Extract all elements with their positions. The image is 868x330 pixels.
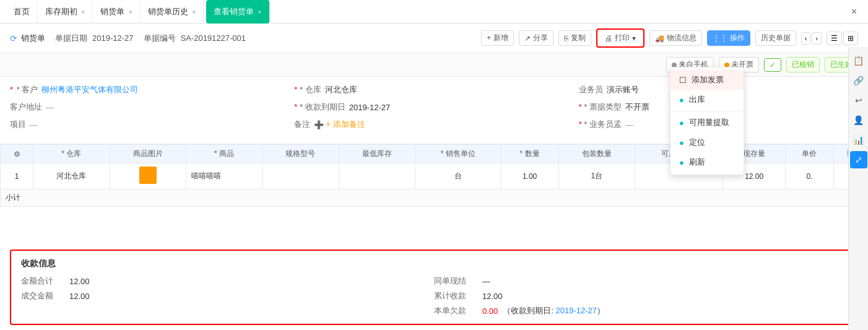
- grid-view-button[interactable]: ⊞: [843, 32, 858, 45]
- operation-icon: ⋮⋮: [713, 34, 727, 43]
- prev-button[interactable]: ‹: [801, 32, 811, 45]
- warehouse-label: * * 仓库: [294, 84, 321, 95]
- note-label: 备注: [294, 119, 310, 130]
- cell-pack-qty: 1台: [558, 163, 635, 189]
- invoice-icon: ☐: [679, 76, 687, 85]
- due-amount-row: 本单欠款 0.00 （收款到期日: 2019-12-27）: [434, 305, 847, 316]
- outbound-label: 出库: [689, 94, 705, 105]
- doc-number-label: 单据编号 SA-20191227-001: [144, 33, 246, 44]
- dropdown-refresh[interactable]: ● 刷新: [671, 152, 744, 172]
- document-actions: + 新增 ↗ 分享 ⎘ 复制 🖨 打印 ▾ 🚚 物流信息 ⋮⋮: [481, 28, 858, 48]
- plus-icon: ➕: [314, 120, 324, 129]
- tab-home[interactable]: 首页: [6, 0, 38, 24]
- cell-min-stock: [339, 163, 415, 189]
- address-value: —: [46, 103, 54, 112]
- nav-arrows: ‹ ›: [801, 32, 822, 45]
- business-staff-label: * * 业务员孟: [579, 119, 622, 130]
- new-button[interactable]: + 新增: [481, 30, 513, 46]
- cell-unit: 台: [415, 163, 501, 189]
- dropdown-locate[interactable]: ● 定位: [671, 132, 744, 152]
- sidebar-icon-2[interactable]: 🔗: [850, 72, 867, 89]
- copy-button[interactable]: ⎘ 复制: [558, 30, 591, 46]
- share-button[interactable]: ↗ 分享: [519, 30, 553, 46]
- staff-label: 业务员: [579, 84, 603, 95]
- tab-inventory-close[interactable]: ×: [81, 8, 85, 15]
- col-unit-price: 单价: [786, 145, 834, 163]
- print-box: 🖨 打印 ▾: [596, 28, 644, 48]
- locate-label: 定位: [689, 137, 705, 148]
- project-field: 项目 —: [10, 119, 289, 130]
- copy-icon: ⎘: [564, 34, 568, 43]
- refresh-icon: ●: [679, 158, 684, 167]
- tab-view-sales-label: 查看销货单: [214, 6, 254, 17]
- sidebar-icon-3[interactable]: ↩: [850, 92, 867, 109]
- cancelled-badge[interactable]: 已核销: [786, 57, 820, 72]
- locate-icon: ●: [679, 138, 684, 147]
- payment-info-grid: 金额合计 12.00 同单现结 — 成交金额 12.00 累计收款 12.00 …: [21, 276, 847, 316]
- col-image: 商品图片: [110, 145, 186, 163]
- ticket-type-value: 不开票: [625, 102, 649, 113]
- history-button[interactable]: 历史单据: [755, 30, 796, 46]
- sidebar-icon-4[interactable]: 👤: [850, 111, 867, 129]
- tab-view-sales-close[interactable]: ×: [258, 8, 261, 15]
- cell-image: [110, 163, 186, 189]
- sidebar-icon-expand[interactable]: ⤢: [850, 151, 867, 168]
- share-icon: ↗: [524, 34, 531, 43]
- deal-amount-label: 成交金额: [21, 290, 64, 302]
- sidebar-icon-1[interactable]: 📋: [850, 52, 867, 69]
- dropdown-outbound[interactable]: ● 出库: [671, 90, 744, 110]
- dropdown-divider: [671, 111, 744, 111]
- logistics-button[interactable]: 🚚 物流信息: [649, 30, 702, 46]
- accumulated-value: 12.00: [482, 292, 503, 301]
- tab-sales-history[interactable]: 销货单历史 ×: [141, 0, 204, 24]
- global-close-button[interactable]: ×: [846, 6, 862, 17]
- payment-date-label: * * 收款到期日: [294, 102, 345, 113]
- tab-view-sales[interactable]: 查看销货单 ×: [206, 0, 269, 24]
- dropdown-available-qty[interactable]: ● 可用量提取: [671, 113, 744, 132]
- doc-type-icon: ⟳: [10, 33, 17, 43]
- outbound-dot-icon: ●: [679, 95, 684, 105]
- deal-amount-value: 12.00: [69, 292, 90, 301]
- warehouse-value: 河北仓库: [325, 84, 357, 95]
- add-note-button[interactable]: ➕ + 添加备注: [314, 119, 365, 130]
- accumulated-label: 累计收款: [434, 290, 477, 302]
- customer-value[interactable]: 柳州粤港平安气体有限公司: [41, 84, 138, 95]
- list-view-button[interactable]: ☰: [827, 32, 842, 45]
- cell-spec: [263, 163, 339, 189]
- ticket-type-label: * * 票据类型: [579, 102, 622, 113]
- accumulated-row: 累计收款 12.00: [434, 290, 847, 302]
- tab-sales[interactable]: 销货单 ×: [93, 0, 140, 24]
- sidebar-icon-5[interactable]: 📊: [850, 131, 867, 149]
- tab-home-label: 首页: [14, 6, 30, 17]
- document-meta: 单据日期 2019-12-27 单据编号 SA-20191227-001: [55, 33, 246, 44]
- doc-type-label: 销货单: [21, 33, 45, 44]
- warehouse-field: * * 仓库 河北仓库: [294, 84, 573, 95]
- amount-value: 12.00: [69, 277, 90, 286]
- same-bill-label: 同单现结: [434, 276, 477, 287]
- operation-button[interactable]: ⋮⋮ 操作: [707, 30, 750, 46]
- amount-row: 金额合计 12.00: [21, 276, 434, 287]
- staff-value: 演示账号: [607, 84, 639, 95]
- col-gear[interactable]: ⚙: [1, 145, 33, 163]
- next-button[interactable]: ›: [812, 32, 822, 45]
- refresh-label: 刷新: [689, 157, 705, 168]
- due-note: （收款到期日: 2019-12-27）: [503, 305, 605, 316]
- print-dropdown-arrow[interactable]: ▾: [632, 34, 636, 43]
- document-header: ⟳ 销货单 单据日期 2019-12-27 单据编号 SA-20191227-0…: [0, 24, 868, 53]
- cell-unit-price: 0.: [786, 163, 834, 189]
- view-toggle: ☰ ⊞: [827, 32, 858, 45]
- col-min-stock: 最低库存: [339, 145, 415, 163]
- cell-index: 1: [1, 163, 33, 189]
- due-amount-value: 0.00: [482, 306, 498, 316]
- dropdown-add-invoice[interactable]: ☐ 添加发票: [671, 70, 744, 90]
- due-date-link[interactable]: 2019-12-27: [556, 306, 597, 315]
- col-spec: 规格型号: [263, 145, 339, 163]
- tab-inventory[interactable]: 库存期初 ×: [38, 0, 93, 24]
- doc-date-label: 单据日期 2019-12-27: [55, 33, 134, 44]
- check-button[interactable]: ✓: [764, 58, 781, 72]
- tab-sales-close[interactable]: ×: [128, 8, 132, 15]
- subtotal-label: 小计: [1, 189, 868, 207]
- print-button[interactable]: 🖨 打印 ▾: [600, 31, 641, 45]
- tab-sales-history-label: 销货单历史: [148, 6, 188, 17]
- tab-sales-history-close[interactable]: ×: [192, 8, 196, 15]
